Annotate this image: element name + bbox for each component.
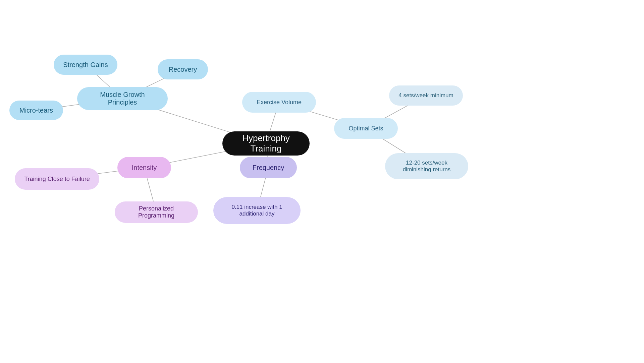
frequency-node[interactable]: Frequency xyxy=(240,157,297,178)
optimal-sets-node[interactable]: Optimal Sets xyxy=(334,118,398,139)
intensity-node[interactable]: Intensity xyxy=(117,157,171,178)
strength-gains-node[interactable]: Strength Gains xyxy=(54,55,117,75)
center-node[interactable]: Hypertrophy Training xyxy=(222,131,310,156)
freq-increase-node[interactable]: 0.11 increase with 1 additional day xyxy=(213,197,301,224)
micro-tears-node[interactable]: Micro-tears xyxy=(9,101,63,120)
twelve-sets-node[interactable]: 12-20 sets/week diminishing returns xyxy=(385,153,468,179)
training-failure-node[interactable]: Training Close to Failure xyxy=(15,168,99,190)
personalized-programming-node[interactable]: Personalized Programming xyxy=(115,201,198,223)
recovery-node[interactable]: Recovery xyxy=(158,59,208,79)
muscle-growth-node[interactable]: Muscle Growth Principles xyxy=(77,87,168,110)
four-sets-node[interactable]: 4 sets/week minimum xyxy=(389,85,463,106)
exercise-volume-node[interactable]: Exercise Volume xyxy=(242,92,316,113)
